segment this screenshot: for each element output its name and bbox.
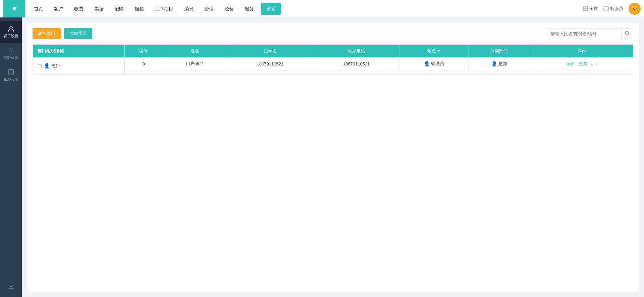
svg-rect-2	[584, 9, 585, 11]
content-area: 添加部门 添加员工 部门组织结构 ▢ 👤	[27, 23, 639, 292]
layout-body: 部门组织结构 ▢ 👤 总部 编号 姓名 账号名	[33, 44, 633, 75]
add-dept-button[interactable]: 添加部门	[33, 28, 61, 39]
nav-accounting[interactable]: 记账	[109, 0, 129, 17]
nav-right: 全屏 畅会员 🐱	[583, 3, 641, 15]
col-account: 账号名	[227, 45, 313, 57]
sidebar-item-taxsettings[interactable]: 报税设置	[0, 64, 22, 86]
sidebar-permission-label: 权限设置	[4, 55, 18, 60]
table-row: 0 用户0521 18679110521 18679110521 👤 管理员	[125, 57, 633, 70]
employee-table-wrap: 编号 姓名 账号名 联系电话 角色 ▼ 所属部门 操作	[125, 44, 633, 75]
col-id: 编号	[125, 45, 163, 57]
transfer-link[interactable]: 交接	[579, 61, 588, 66]
nav-settings[interactable]: 设置	[261, 3, 281, 15]
nav-items: 首页 客户 收费 票据 记账 报税 工商项目 消息 管理 经营 服务 设置	[29, 0, 583, 17]
nav-tax[interactable]: 报税	[129, 0, 149, 17]
nav-fee[interactable]: 收费	[69, 0, 89, 17]
sidebar-taxsettings-label: 报税设置	[4, 77, 18, 82]
svg-line-15	[628, 34, 630, 35]
file-icon: ▢	[38, 63, 42, 68]
search-icon	[625, 31, 630, 36]
edit-link[interactable]: 编辑	[566, 61, 575, 66]
nav-bill[interactable]: 票据	[89, 0, 109, 17]
row-scroll-arrows: ▲ ▼	[590, 61, 598, 66]
member-btn[interactable]: 畅会员	[603, 6, 623, 12]
svg-rect-0	[584, 7, 585, 8]
sidebar-employee-label: 员工设置	[4, 34, 18, 39]
col-name: 姓名	[163, 45, 227, 57]
dept-tree: 部门组织结构 ▢ 👤 总部	[33, 44, 125, 75]
nav-manage[interactable]: 管理	[199, 0, 219, 17]
svg-rect-4	[604, 7, 608, 11]
nav-home[interactable]: 首页	[29, 0, 49, 17]
add-emp-button[interactable]: 添加员工	[64, 28, 92, 39]
fullscreen-label: 全屏	[589, 6, 598, 12]
logo[interactable]: ✦	[3, 0, 25, 17]
nav-operation[interactable]: 经营	[219, 0, 239, 17]
role-filter-icon[interactable]: ▼	[437, 49, 441, 53]
search-button[interactable]	[621, 29, 633, 39]
arrow-up-icon[interactable]: ▲	[590, 62, 594, 66]
search-input[interactable]	[547, 29, 621, 38]
sidebar-item-employee[interactable]: 员工设置	[0, 21, 22, 43]
main-content: 添加部门 添加员工 部门组织结构 ▢ 👤	[22, 17, 644, 297]
role-user-icon: 👤	[424, 61, 430, 66]
nav-business[interactable]: 工商项目	[149, 0, 179, 17]
table-header-row: 编号 姓名 账号名 联系电话 角色 ▼ 所属部门 操作	[125, 45, 633, 57]
person-settings-icon	[7, 25, 15, 32]
sidebar-item-permission[interactable]: 权限设置	[0, 43, 22, 64]
lock-settings-icon	[7, 47, 15, 54]
col-phone: 联系电话	[313, 45, 399, 57]
logo-icon: ✦	[9, 3, 19, 14]
sidebar-download-btn[interactable]	[0, 278, 22, 294]
top-nav: ✦ 首页 客户 收费 票据 记账 报税 工商项目 消息 管理 经营 服务 设置 …	[0, 0, 644, 17]
cell-account: 18679110521	[227, 57, 313, 70]
cell-actions: 编辑 交接 ▲ ▼	[530, 57, 633, 70]
svg-rect-1	[586, 7, 588, 8]
dept-tree-item[interactable]: ▢ 👤 总部	[33, 60, 124, 71]
svg-rect-3	[586, 9, 588, 11]
dept-user-icon-cell: 👤	[491, 61, 497, 66]
search-box	[547, 29, 633, 39]
svg-point-8	[10, 51, 11, 52]
cell-role: 👤 管理员	[399, 57, 468, 70]
avatar[interactable]: 🐱	[629, 3, 641, 15]
download-icon	[7, 282, 15, 290]
tax-settings-icon	[7, 68, 15, 76]
dept-tree-body: ▢ 👤 总部	[33, 57, 124, 74]
nav-service[interactable]: 服务	[239, 0, 259, 17]
cell-id: 0	[125, 57, 163, 70]
member-label: 畅会员	[610, 6, 623, 12]
nav-client[interactable]: 客户	[49, 0, 69, 17]
fullscreen-icon	[583, 6, 588, 11]
member-icon	[603, 6, 609, 11]
cell-dept: 👤 总部	[468, 57, 530, 70]
dept-tree-header: 部门组织结构	[33, 45, 124, 57]
toolbar: 添加部门 添加员工	[33, 28, 633, 39]
nav-message[interactable]: 消息	[179, 0, 199, 17]
svg-point-6	[10, 26, 12, 29]
cell-name: 用户0521	[163, 57, 227, 70]
dept-user-icon: 👤	[44, 63, 50, 68]
dept-name: 总部	[52, 63, 60, 69]
sidebar: 员工设置 权限设置 报税设置	[0, 17, 22, 297]
employee-table: 编号 姓名 账号名 联系电话 角色 ▼ 所属部门 操作	[125, 45, 633, 70]
arrow-down-icon[interactable]: ▼	[595, 62, 598, 66]
cell-phone: 18679110521	[313, 57, 399, 70]
col-role: 角色 ▼	[399, 45, 468, 57]
fullscreen-btn[interactable]: 全屏	[583, 6, 598, 12]
col-dept: 所属部门	[468, 45, 530, 57]
col-actions: 操作	[530, 45, 633, 57]
